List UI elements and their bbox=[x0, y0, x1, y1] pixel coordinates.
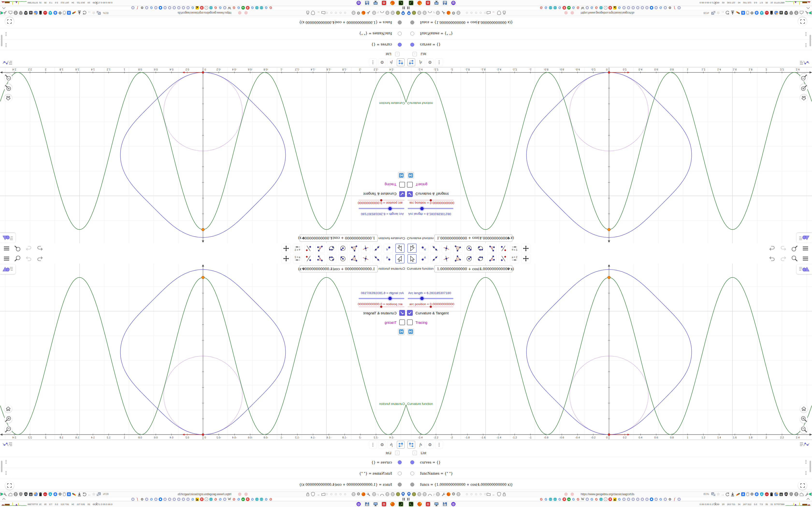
gear-glyph-icon[interactable]: ⚙ bbox=[357, 11, 360, 15]
move-icon[interactable] bbox=[407, 254, 417, 264]
polygon-icon[interactable] bbox=[350, 244, 359, 253]
visibility-toggle[interactable] bbox=[410, 483, 414, 487]
globe-bold-icon[interactable] bbox=[794, 492, 799, 496]
conic-through-points-icon[interactable] bbox=[476, 244, 485, 253]
G-red-icon[interactable]: G bbox=[595, 6, 598, 10]
scrollbar-thumb[interactable] bbox=[810, 461, 811, 472]
fullscreen-button[interactable] bbox=[5, 17, 14, 26]
refresh-icon[interactable] bbox=[725, 11, 729, 15]
kebab-icon[interactable] bbox=[5, 32, 7, 36]
floppy-app-icon[interactable]: 64 bbox=[442, 501, 448, 507]
browser-zoom-level[interactable]: 81% bbox=[704, 12, 709, 14]
visibility-toggle[interactable] bbox=[398, 21, 402, 24]
input-help-icon[interactable]: fx bbox=[388, 441, 395, 448]
graphics-view[interactable]: -2.4-2.2-2-1.8-1.6-1.4-1.2-1-0.8-0.6-0.4… bbox=[0, 68, 406, 243]
globe-gray-icon[interactable] bbox=[422, 492, 427, 496]
globe-bold-icon[interactable] bbox=[794, 11, 799, 15]
flower-gray-icon[interactable] bbox=[223, 6, 227, 10]
extension-dot-icon[interactable] bbox=[331, 493, 332, 495]
flower-gray-icon[interactable] bbox=[636, 6, 640, 10]
G-red-icon[interactable]: G bbox=[540, 6, 543, 10]
extension-dot-icon[interactable] bbox=[484, 493, 486, 495]
address-url[interactable]: https://www.geogebra.org/classic/aagcxh3… bbox=[581, 11, 635, 14]
settings-icon[interactable]: ⚙ bbox=[378, 59, 386, 66]
flower-gray-icon[interactable] bbox=[182, 497, 185, 501]
mouse-icon[interactable] bbox=[746, 492, 749, 496]
G-red-icon[interactable]: G bbox=[595, 497, 598, 501]
arc-gray-icon[interactable] bbox=[428, 492, 432, 496]
zoom-out-button[interactable] bbox=[4, 426, 12, 433]
visibility-toggle[interactable] bbox=[410, 43, 414, 47]
flower-gray-icon[interactable] bbox=[631, 6, 635, 10]
globe-color-icon[interactable] bbox=[774, 11, 778, 15]
translate-blue-icon[interactable]: A bbox=[741, 492, 745, 496]
wrench-gray-icon[interactable] bbox=[367, 11, 371, 15]
more-options-icon[interactable] bbox=[436, 441, 443, 448]
collapse-button[interactable]: − bbox=[395, 451, 400, 455]
G-blue-icon[interactable]: G bbox=[659, 6, 663, 10]
G-red-icon[interactable]: G bbox=[576, 497, 580, 501]
extension-dot-icon[interactable] bbox=[484, 12, 486, 14]
G-red-icon[interactable]: G bbox=[214, 6, 217, 10]
fullscreen-button[interactable] bbox=[798, 17, 807, 26]
lock-icon[interactable] bbox=[306, 11, 310, 15]
angle-icon[interactable]: α bbox=[316, 244, 324, 253]
wiki-W-icon[interactable]: W bbox=[227, 497, 231, 501]
tracing-checkbox[interactable] bbox=[407, 182, 413, 187]
more-options-icon[interactable] bbox=[436, 59, 443, 66]
circle-red-icon[interactable]: ICP bbox=[765, 492, 769, 496]
flower-gray-icon[interactable] bbox=[585, 6, 589, 10]
translate-gray-icon[interactable]: Aa bbox=[96, 11, 101, 15]
play-button[interactable] bbox=[407, 172, 414, 179]
kebab-icon[interactable] bbox=[805, 460, 807, 464]
G-blue-icon[interactable]: G bbox=[191, 6, 195, 10]
scrollbar-thumb[interactable] bbox=[1, 35, 2, 46]
circle-blue-sq-icon[interactable] bbox=[650, 6, 654, 10]
gear-dark-icon[interactable]: ⚙ bbox=[750, 492, 754, 496]
flower-gray-icon[interactable] bbox=[182, 6, 185, 10]
curvature-function-dropdown[interactable]: 1.000000000000 + cos(4.000000000000 x) bbox=[300, 265, 377, 272]
move-graphics-view-icon[interactable] bbox=[282, 244, 291, 253]
flower-gray-icon[interactable] bbox=[168, 6, 171, 10]
move-graphics-view-icon[interactable] bbox=[521, 254, 530, 263]
more-options-icon[interactable] bbox=[369, 59, 376, 66]
address-url[interactable]: https://www.geogebra.org/classic/aagcxh3… bbox=[581, 493, 635, 496]
sort-by-type-icon[interactable] bbox=[407, 58, 415, 66]
extension-dot-icon[interactable] bbox=[475, 493, 477, 495]
settings-red-icon[interactable]: ⚙ bbox=[382, 0, 387, 6]
undo-icon[interactable] bbox=[36, 245, 44, 252]
globe-gray-icon[interactable] bbox=[372, 11, 376, 15]
input-help-icon[interactable]: fx bbox=[417, 441, 424, 448]
flower-gray-icon[interactable] bbox=[131, 6, 135, 10]
algebra-row-funcs[interactable]: funcs = {1.000000000000 + cos(4.00000000… bbox=[0, 17, 406, 28]
G-blue-icon[interactable]: G bbox=[149, 497, 153, 501]
f-red-icon[interactable]: f bbox=[136, 6, 140, 10]
shield-outline-icon[interactable] bbox=[497, 492, 501, 497]
plus-blue-icon[interactable] bbox=[53, 11, 57, 15]
redo-icon[interactable] bbox=[25, 245, 33, 252]
curvature-function-dropdown[interactable]: 1.000000000000 + cos(4.000000000000 x) bbox=[300, 235, 377, 242]
trash-icon[interactable] bbox=[770, 492, 773, 496]
info-gray-icon[interactable]: i bbox=[604, 6, 608, 10]
trash-icon[interactable] bbox=[39, 492, 42, 496]
algebra-row-funcNames[interactable]: funcNames = {" "} bbox=[0, 468, 406, 479]
yandex-red-icon[interactable]: Я bbox=[246, 6, 250, 10]
perpendicular-line-icon[interactable] bbox=[442, 244, 451, 253]
wrench-gray-icon[interactable] bbox=[3, 492, 7, 496]
kebab-icon[interactable] bbox=[805, 32, 807, 36]
address-url[interactable]: https://www.geogebra.org/classic/aagcxh3… bbox=[177, 493, 231, 496]
more-options-icon[interactable] bbox=[369, 441, 376, 448]
shield-cyan-icon[interactable] bbox=[48, 492, 52, 497]
download-icon[interactable] bbox=[730, 11, 735, 15]
flower-gray-icon[interactable] bbox=[186, 6, 190, 10]
flower-gray-icon[interactable] bbox=[622, 497, 626, 501]
shield-outline-icon[interactable] bbox=[311, 492, 315, 497]
kebab-icon[interactable] bbox=[805, 43, 807, 47]
flower-gray-icon[interactable] bbox=[654, 6, 658, 10]
arrow-left-icon[interactable]: ← bbox=[316, 11, 320, 15]
G-red-icon[interactable]: G bbox=[232, 497, 236, 501]
lock-icon[interactable] bbox=[502, 11, 506, 15]
visibility-toggle[interactable] bbox=[410, 32, 414, 36]
extension-dot-icon[interactable] bbox=[340, 493, 342, 495]
flower-gray-icon[interactable] bbox=[677, 497, 681, 501]
